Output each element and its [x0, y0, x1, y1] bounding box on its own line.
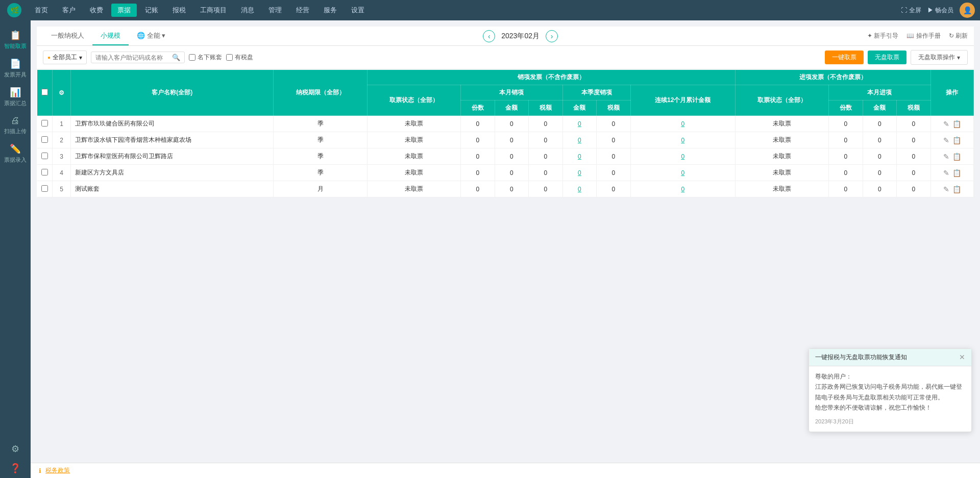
row-sm-qty-3: 0 — [461, 165, 495, 181]
table-row: 1 卫辉市玖玖健合医药有限公司 季 未取票 0 0 0 0 0 0 未取票 0 … — [37, 116, 974, 132]
prev-period-btn[interactable]: ‹ — [483, 30, 495, 42]
row-checkbox-2[interactable] — [41, 153, 48, 159]
sidebar-item-scan-upload[interactable]: 🖨 扫描上传 — [0, 111, 31, 139]
under-account-checkbox[interactable]: 名下账套 — [189, 53, 222, 62]
sidebar-help[interactable]: ❓ — [0, 459, 31, 478]
search-input[interactable] — [95, 54, 172, 61]
tax-disk-checkbox[interactable]: 有税盘 — [226, 53, 253, 62]
no-disk-ticket-btn[interactable]: 无盘取票 — [868, 51, 906, 64]
employee-filter[interactable]: ● 全部员工 ▾ — [43, 51, 87, 64]
row-actions-2: ✎ 📋 — [930, 148, 973, 165]
nav-message[interactable]: 消息 — [235, 4, 260, 17]
sidebar-item-smart-ticket[interactable]: 📋 智能取票 — [0, 26, 31, 54]
row-pm-qty-1: 0 — [829, 132, 863, 148]
tax-disk-check[interactable] — [226, 54, 233, 61]
nav-business[interactable]: 工商项目 — [194, 4, 233, 17]
table-row: 4 新建区方方文具店 季 未取票 0 0 0 0 0 0 未取票 0 0 0 ✎… — [37, 165, 974, 181]
user-avatar[interactable]: 👤 — [960, 3, 975, 18]
row-checkbox-4[interactable] — [41, 185, 48, 192]
detail-icon-3[interactable]: 📋 — [952, 169, 961, 177]
row-num-3: 4 — [53, 165, 71, 181]
detail-icon-1[interactable]: 📋 — [952, 136, 961, 144]
tab-all[interactable]: 🌐 全能 ▾ — [129, 27, 174, 45]
row-12m-link-0[interactable]: 0 — [681, 120, 684, 128]
notification-popup: 一键报税与无盘取票功能恢复通知 ✕ 尊敬的用户： 江苏政务网已恢复访问电子税务局… — [808, 348, 972, 432]
nav-settings[interactable]: 设置 — [345, 4, 371, 17]
nav-home[interactable]: 首页 — [29, 4, 54, 17]
row-pm-amount-4: 0 — [863, 181, 897, 197]
vip-btn[interactable]: ▶ 畅会员 — [927, 6, 953, 15]
detail-icon-0[interactable]: 📋 — [952, 120, 961, 128]
select-all-checkbox[interactable] — [41, 89, 48, 95]
row-12m-link-2[interactable]: 0 — [681, 153, 684, 160]
tax-policy-link[interactable]: 税务政策 — [45, 466, 70, 475]
notification-close-btn[interactable]: ✕ — [959, 353, 965, 362]
row-checkbox-0[interactable] — [41, 120, 48, 127]
row-checkbox-1[interactable] — [41, 136, 48, 143]
tab-small-scale[interactable]: 小规模 — [92, 27, 129, 45]
period-navigation: ‹ 2023年02月 › — [483, 30, 558, 42]
row-purchase-status-4: 未取票 — [735, 181, 828, 197]
sidebar-item-issue-invoice[interactable]: 📄 发票开具 — [0, 54, 31, 83]
row-checkbox-cell — [37, 181, 53, 197]
edit-icon-3[interactable]: ✎ — [943, 169, 949, 177]
nav-operation[interactable]: 经营 — [290, 4, 315, 17]
tab-general-taxpayer[interactable]: 一般纳税人 — [43, 27, 92, 45]
row-pm-amount-0: 0 — [863, 116, 897, 132]
row-12m-4: 0 — [630, 181, 735, 197]
row-12m-link-4[interactable]: 0 — [681, 186, 684, 193]
refresh-btn[interactable]: ↻ 刷新 — [949, 32, 968, 40]
nav-fee[interactable]: 收费 — [84, 4, 109, 17]
row-checkbox-cell — [37, 148, 53, 165]
nav-tax[interactable]: 报税 — [166, 4, 192, 17]
row-sales-status-2: 未取票 — [367, 148, 460, 165]
no-disk-ops-btn[interactable]: 无盘取票操作 ▾ — [911, 50, 968, 65]
sidebar-settings[interactable]: ⚙ — [0, 439, 31, 459]
next-period-btn[interactable]: › — [546, 30, 558, 42]
manual-btn[interactable]: 📖 操作手册 — [906, 32, 940, 40]
row-sq-amount-link-4[interactable]: 0 — [578, 186, 581, 193]
nav-service[interactable]: 服务 — [317, 4, 343, 17]
row-purchase-status-3: 未取票 — [735, 165, 828, 181]
row-sq-amount-link-3[interactable]: 0 — [578, 169, 581, 177]
row-actions-1: ✎ 📋 — [930, 132, 973, 148]
edit-icon-1[interactable]: ✎ — [943, 136, 949, 144]
row-12m-link-3[interactable]: 0 — [681, 169, 684, 177]
detail-icon-2[interactable]: 📋 — [952, 153, 961, 161]
search-icon[interactable]: 🔍 — [172, 54, 180, 61]
row-pm-amount-2: 0 — [863, 148, 897, 165]
edit-icon-2[interactable]: ✎ — [943, 153, 949, 161]
book-icon: 📖 — [906, 32, 914, 39]
one-key-ticket-btn[interactable]: 一键取票 — [825, 51, 864, 64]
row-sq-amount-link-1[interactable]: 0 — [578, 137, 581, 144]
edit-icon-0[interactable]: ✎ — [943, 120, 949, 128]
row-sq-amount-link-2[interactable]: 0 — [578, 153, 581, 160]
detail-icon-4[interactable]: 📋 — [952, 185, 961, 193]
ticket-entry-icon: ✏️ — [10, 143, 21, 155]
th-sales-status: 取票状态（全部） — [367, 85, 460, 116]
row-sq-amount-link-0[interactable]: 0 — [578, 120, 581, 128]
nav-manage[interactable]: 管理 — [262, 4, 288, 17]
nav-customer[interactable]: 客户 — [56, 4, 82, 17]
nav-ticket[interactable]: 票据 — [111, 4, 137, 17]
row-sm-qty-2: 0 — [461, 148, 495, 165]
row-customer-2: 卫辉市保和堂医药有限公司卫辉路店 — [71, 148, 274, 165]
row-actions-4: ✎ 📋 — [930, 181, 973, 197]
sidebar-item-ticket-entry[interactable]: ✏️ 票据录入 — [0, 139, 31, 168]
new-guide-btn[interactable]: ✦ 新手引导 — [867, 32, 898, 40]
issue-invoice-icon: 📄 — [10, 58, 21, 69]
row-checkbox-3[interactable] — [41, 169, 48, 175]
fullscreen-btn[interactable]: ⛶ 全屏 — [901, 6, 921, 15]
bottom-bar: ℹ 税务政策 — [31, 463, 980, 478]
th-purchase-month-tax: 税额 — [897, 100, 931, 116]
edit-icon-4[interactable]: ✎ — [943, 185, 949, 193]
notification-scroll[interactable]: 尊敬的用户： 江苏政务网已恢复访问电子税务局功能，易代账一键登陆电子税务局与无盘… — [809, 366, 971, 432]
under-account-check[interactable] — [189, 54, 195, 61]
row-12m-link-1[interactable]: 0 — [681, 137, 684, 144]
sidebar-item-ticket-summary[interactable]: 📊 票据汇总 — [0, 83, 31, 111]
row-pm-tax-3: 0 — [897, 165, 931, 181]
scan-upload-icon: 🖨 — [11, 115, 20, 126]
nav-bookkeeping[interactable]: 记账 — [139, 4, 164, 17]
row-sm-tax-4: 0 — [529, 181, 563, 197]
nav-items: 首页 客户 收费 票据 记账 报税 工商项目 消息 管理 经营 服务 设置 — [29, 4, 901, 17]
